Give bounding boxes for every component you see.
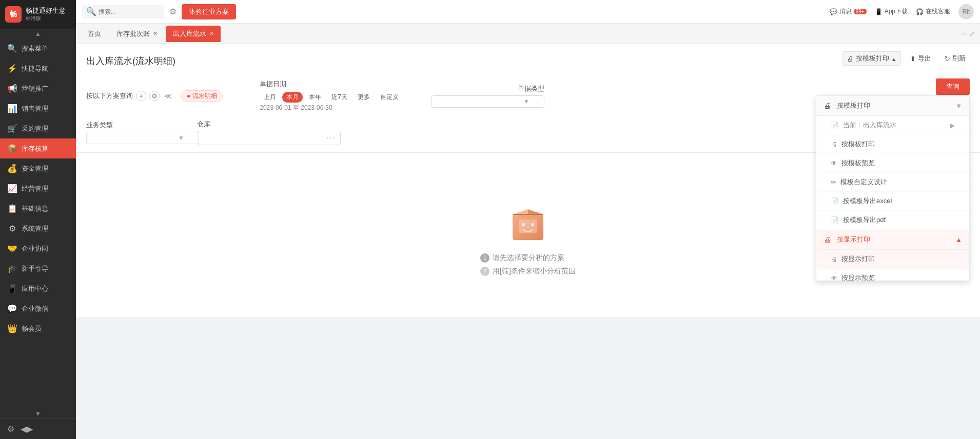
- svg-rect-2: [519, 220, 537, 233]
- date-tab-current-year[interactable]: 本年: [305, 92, 325, 103]
- purchase-icon: 🛒: [7, 124, 17, 133]
- dropdown-item-template-print[interactable]: 🖨 按模板打印: [816, 135, 969, 154]
- tag-icon: ●: [187, 92, 190, 99]
- warehouse-more-icon[interactable]: ···: [326, 133, 336, 143]
- sidebar-item-app-center[interactable]: 📱应用中心: [0, 278, 76, 298]
- quick-nav-icon: ⚡: [7, 64, 17, 73]
- sidebar-item-basic-info[interactable]: 📋基础信息: [0, 198, 76, 218]
- sidebar-item-membership[interactable]: 👑畅会员: [0, 318, 76, 338]
- tab-minimize-icon[interactable]: ─: [961, 29, 967, 38]
- tab-close-inout[interactable]: ✕: [209, 30, 214, 37]
- app-download-btn[interactable]: 📱 App下载: [875, 7, 908, 16]
- content-area: 出入库流水(流水明细) 🖨 按模板打印 ⬆ 导出 ↻ 刷新: [76, 44, 980, 439]
- sidebar-item-inventory[interactable]: 📦库存核算: [0, 138, 76, 158]
- dropdown-item-display-preview[interactable]: 👁 按显示预览: [816, 269, 969, 281]
- membership-icon: 👑: [7, 324, 17, 333]
- sidebar-item-quick-nav[interactable]: ⚡快捷导航: [0, 58, 76, 78]
- sidebar-item-search[interactable]: 🔍搜索菜单: [0, 38, 76, 58]
- page-header: 出入库流水(流水明细) 🖨 按模板打印 ⬆ 导出 ↻ 刷新: [76, 44, 980, 71]
- current-template-arrow: ▶: [950, 122, 955, 129]
- app-center-icon: 📱: [7, 284, 17, 293]
- online-service-btn[interactable]: 🎧 在线客服: [916, 7, 950, 16]
- settings-icon[interactable]: ⚙: [7, 424, 14, 434]
- sidebar-item-label: 经营管理: [22, 184, 48, 193]
- sidebar-item-guide[interactable]: 🎓新手引导: [0, 258, 76, 278]
- date-tab-custom[interactable]: 自定义: [376, 92, 403, 103]
- template-section-chevron: ▼: [955, 102, 962, 110]
- dropdown-item-template-preview[interactable]: 👁 按模板预览: [816, 154, 969, 173]
- export-btn[interactable]: ⬆ 导出: [906, 52, 935, 65]
- tab-inout-flow[interactable]: 出入库流水 ✕: [166, 26, 221, 42]
- filter-settings-btn[interactable]: ⚙: [149, 91, 160, 101]
- filter-collapse-btn[interactable]: ≪: [163, 91, 173, 101]
- topbar: 🔍 ⚙ 体验行业方案 💬 消息 99+ 📱 App下载 🎧 在线客服 Rit: [76, 0, 980, 24]
- date-tab-last-month[interactable]: 上月: [260, 92, 280, 103]
- inventory-icon: 📦: [7, 144, 17, 153]
- date-tab-current-month[interactable]: 本月: [282, 92, 303, 103]
- warehouse-select[interactable]: ···: [197, 131, 341, 145]
- biz-type-select[interactable]: ▼: [86, 132, 199, 144]
- operations-icon: 📈: [7, 184, 17, 193]
- empty-tips: 1 请先选择要分析的方案 2 用[筛]条件来缩小分析范围: [480, 253, 576, 276]
- search-input[interactable]: [99, 8, 160, 15]
- sidebar-item-label: 应用中心: [22, 284, 48, 293]
- sidebar-scroll-up[interactable]: ▲: [0, 29, 76, 38]
- system-icon: ⚙: [7, 224, 17, 233]
- topbar-gear-icon[interactable]: ⚙: [169, 7, 177, 16]
- display-print-section-header[interactable]: 🖨 按显示打印 ▲: [816, 230, 969, 250]
- page-title: 出入库流水(流水明细): [86, 55, 175, 67]
- display-section-chevron: ▲: [955, 236, 962, 244]
- avatar[interactable]: Rit: [958, 4, 974, 19]
- sidebar-item-marketing[interactable]: 📢营销推广: [0, 78, 76, 98]
- empty-tip-1: 1 请先选择要分析的方案: [480, 253, 576, 263]
- tab-batch-account[interactable]: 库存批次账 ✕: [110, 26, 164, 42]
- message-badge: 99+: [854, 9, 867, 14]
- app-title: 畅捷通好生意 标准版: [26, 7, 66, 23]
- svg-point-4: [531, 223, 534, 226]
- dropdown-item-display-print[interactable]: 🖨 按显示打印: [816, 250, 969, 269]
- chevron-up-icon: [891, 55, 896, 63]
- date-tab-last7[interactable]: 近7天: [327, 92, 351, 103]
- doc-type-label: 单据类型: [518, 84, 544, 93]
- sidebar: 畅 畅捷通好生意 标准版 ▲ 🔍搜索菜单⚡快捷导航📢营销推广📊销售管理🛒采购管理…: [0, 0, 76, 439]
- date-tabs: 上月 本月 本年 近7天 更多 自定义: [260, 92, 403, 103]
- doc-type-select[interactable]: ▼: [432, 95, 544, 108]
- filter-add-btn[interactable]: +: [136, 91, 146, 101]
- sidebar-item-enterprise[interactable]: 🤝企业协同: [0, 238, 76, 258]
- sidebar-item-finance[interactable]: 💰资金管理: [0, 158, 76, 178]
- industry-btn[interactable]: 体验行业方案: [182, 4, 236, 19]
- date-tab-more[interactable]: 更多: [354, 92, 374, 103]
- dropdown-item-template-export-pdf[interactable]: 📄 按模板导出pdf: [816, 211, 969, 230]
- date-range: 2023-06-01 至 2023-06-30: [260, 104, 403, 112]
- message-icon: 💬: [830, 8, 837, 15]
- print-icon: 🖨: [847, 55, 854, 63]
- tab-home[interactable]: 首页: [81, 26, 108, 42]
- sidebar-item-system[interactable]: ⚙系统管理: [0, 218, 76, 238]
- tab-maximize-icon[interactable]: ⤢: [969, 30, 975, 38]
- current-template-item[interactable]: 📄 当前：出入库流水 ▶: [816, 116, 969, 135]
- svg-point-3: [522, 223, 525, 226]
- sidebar-item-purchase[interactable]: 🛒采购管理: [0, 118, 76, 138]
- tip-num-1: 1: [480, 253, 489, 263]
- biz-type-label: 业务类型: [86, 121, 168, 130]
- search-icon: 🔍: [7, 44, 17, 53]
- display-print-icon: 🖨: [831, 255, 837, 263]
- empty-icon: [502, 194, 554, 245]
- template-print-dropdown-btn[interactable]: 🖨 按模板打印: [842, 51, 901, 66]
- dropdown-item-template-customize[interactable]: ✏ 模板自定义设计: [816, 173, 969, 192]
- message-btn[interactable]: 💬 消息 99+: [830, 7, 867, 16]
- date-label: 单据日期: [260, 79, 403, 89]
- sidebar-item-label: 资金管理: [22, 164, 48, 173]
- template-print-section-header[interactable]: 🖨 按模板打印 ▼: [816, 96, 969, 116]
- query-btn[interactable]: 查询: [936, 78, 970, 95]
- sidebar-item-label: 基础信息: [22, 204, 48, 213]
- sidebar-item-wechat[interactable]: 💬企业微信: [0, 298, 76, 318]
- dropdown-item-template-export-excel[interactable]: 📄 按模板导出excel: [816, 192, 969, 211]
- refresh-btn[interactable]: ↻ 刷新: [940, 52, 970, 65]
- tab-close-batch[interactable]: ✕: [153, 30, 158, 37]
- sidebar-scroll-down[interactable]: ▼: [0, 409, 76, 418]
- sidebar-item-operations[interactable]: 📈经营管理: [0, 178, 76, 198]
- sidebar-item-sales[interactable]: 📊销售管理: [0, 98, 76, 118]
- topbar-search-box[interactable]: 🔍: [82, 5, 164, 18]
- collapse-icon[interactable]: ◀▶: [21, 424, 33, 434]
